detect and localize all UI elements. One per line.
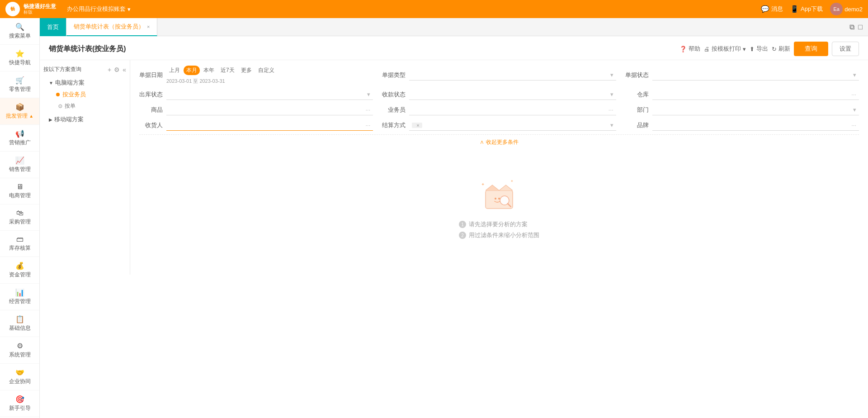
collapse-panel-button[interactable]: «: [123, 66, 126, 73]
sidebar-item-marketing[interactable]: 📢 营销推广: [0, 125, 39, 152]
tree-leaf-by-staff[interactable]: 按业务员: [47, 89, 126, 100]
filter-doc-status-row: 单据状态 ▾: [625, 66, 859, 85]
empty-state: ✦ ✦ 1 请先选择要分析的方案 2: [139, 150, 859, 269]
sidebar-item-search[interactable]: 🔍 搜索菜单: [0, 18, 39, 45]
sidebar-item-collaboration[interactable]: 🤝 企业协同: [0, 364, 39, 390]
svg-text:✦: ✦: [510, 179, 514, 183]
date-btn-more[interactable]: 更多: [238, 66, 255, 75]
out-status-select[interactable]: ▾: [166, 89, 373, 100]
selected-dot-icon: [56, 93, 60, 96]
empty-icon: ✦ ✦: [476, 177, 522, 213]
finance-icon: 💰: [2, 261, 38, 270]
date-btn-custom[interactable]: 自定义: [255, 66, 277, 75]
staff-label: 业务员: [382, 106, 406, 114]
setting-button[interactable]: 设置: [832, 42, 859, 56]
goods-more-icon: ···: [365, 106, 370, 113]
doc-type-select[interactable]: ▾: [409, 70, 616, 81]
marketing-icon: 📢: [2, 129, 38, 138]
settle-tag-close[interactable]: ×: [416, 123, 419, 128]
tree-desktop-group: ▼ 电脑端方案 按业务员 ⚙ 按单: [47, 77, 126, 112]
maximize-icon[interactable]: □: [858, 23, 863, 31]
query-button[interactable]: 查询: [794, 42, 828, 56]
scheme-settings-button[interactable]: ⚙: [114, 66, 120, 73]
warehouse-more-icon: ···: [851, 91, 856, 98]
sidebar-item-ecommerce[interactable]: 🖥 电商管理: [0, 178, 39, 204]
date-label: 单据日期: [139, 71, 163, 79]
collection-status-select[interactable]: ▾: [409, 89, 616, 100]
brand-more-icon: ···: [851, 122, 856, 128]
receiver-label: 收货人: [139, 121, 163, 129]
filter-doc-type-row: 单据类型 ▾: [382, 66, 616, 85]
goods-select[interactable]: ···: [166, 104, 373, 115]
export-button[interactable]: ⬆ 导出: [750, 45, 768, 53]
dept-label: 部门: [625, 106, 649, 114]
print-icon: 🖨: [704, 46, 710, 52]
restore-icon[interactable]: ⧉: [849, 23, 854, 31]
sidebar-item-operation[interactable]: 📊 经营管理: [0, 284, 39, 310]
app-download-button[interactable]: 📱 App下载: [790, 5, 823, 13]
print-dropdown-icon: ▾: [743, 46, 746, 52]
settle-label: 结算方式: [382, 121, 406, 129]
sidebar-item-basic-info[interactable]: 📋 基础信息: [0, 310, 39, 337]
system-icon: ⚙: [2, 342, 38, 350]
sales-icon: 📈: [2, 156, 38, 165]
date-btn-this-month[interactable]: 本月: [184, 66, 200, 75]
tree-mobile-group-toggle[interactable]: ▶ 移动端方案: [47, 114, 126, 125]
basic-info-icon: 📋: [2, 315, 38, 323]
date-btn-7days[interactable]: 近7天: [218, 66, 237, 75]
sidebar-item-inventory[interactable]: 🗃 库存核算: [0, 231, 39, 257]
staff-select[interactable]: ···: [409, 104, 616, 115]
sidebar-item-sales[interactable]: 📈 销售管理: [0, 152, 39, 178]
date-btn-this-year[interactable]: 本年: [201, 66, 217, 75]
left-panel: 按以下方案查询 + ⚙ « ▼ 电脑端方案: [40, 60, 130, 275]
dept-select[interactable]: ▾: [652, 104, 859, 115]
filter-settle-row: 结算方式 × ▾: [382, 120, 616, 131]
template-print-button[interactable]: 🖨 按模板打印 ▾: [704, 45, 746, 53]
refresh-button[interactable]: ↻ 刷新: [772, 45, 790, 53]
retail-icon: 🛒: [2, 76, 38, 85]
message-icon: 💬: [761, 5, 769, 13]
doc-type-dropdown-icon: ▾: [610, 71, 613, 78]
date-btn-last-month[interactable]: 上月: [166, 66, 183, 75]
warehouse-select[interactable]: ···: [652, 89, 859, 100]
help-button[interactable]: ❓ 帮助: [679, 45, 700, 53]
empty-hints: 1 请先选择要分析的方案 2 用过滤条件来缩小分析范围: [459, 220, 539, 242]
hint-num-2: 2: [459, 232, 466, 239]
tree-mobile-group: ▶ 移动端方案: [47, 114, 126, 125]
sidebar-item-purchase[interactable]: 🛍 采购管理: [0, 204, 39, 231]
tree-desktop-group-toggle[interactable]: ▼ 电脑端方案: [47, 77, 126, 89]
doc-status-label: 单据状态: [625, 71, 649, 79]
app-title: 畅捷通好生意 标版: [24, 3, 56, 15]
operation-icon: 📊: [2, 288, 38, 297]
breadcrumb-dropdown[interactable]: 办公用品行业模拟账套 ▾: [67, 5, 131, 13]
sidebar-item-wholesale[interactable]: 📦 批发管理 ▲: [0, 98, 39, 125]
sidebar-item-guide[interactable]: 🎯 新手引导: [0, 390, 39, 417]
left-panel-header: 按以下方案查询 + ⚙ «: [43, 66, 126, 73]
collapse-filters-button[interactable]: ∧ 收起更多条件: [139, 134, 859, 150]
sidebar-item-system[interactable]: ⚙ 系统管理: [0, 337, 39, 364]
doc-status-select[interactable]: ▾: [652, 70, 859, 81]
receiver-select[interactable]: ···: [166, 120, 373, 131]
sidebar-item-retail[interactable]: 🛒 零售管理: [0, 71, 39, 98]
two-panel: 按以下方案查询 + ⚙ « ▼ 电脑端方案: [40, 60, 868, 275]
tab-home[interactable]: 首页: [40, 18, 66, 36]
left-panel-icons: + ⚙ «: [108, 66, 126, 73]
goods-label: 商品: [139, 106, 163, 114]
sidebar-item-quicknav[interactable]: ⭐ 快捷导航: [0, 45, 39, 71]
filter-grid: 单据日期 上月 本月 本年 近7天 更多 自定义: [139, 66, 859, 131]
hint-num-1: 1: [459, 221, 466, 228]
tab-close-icon[interactable]: ×: [147, 24, 150, 29]
tree-sub-by-order[interactable]: ⚙ 按单: [47, 100, 126, 112]
tree-mobile-arrow-icon: ▶: [49, 117, 52, 122]
brand-select[interactable]: ···: [652, 120, 859, 131]
settle-select[interactable]: × ▾: [409, 120, 616, 131]
add-scheme-button[interactable]: +: [108, 66, 111, 73]
page-content: 销货单统计表(按业务员) ❓ 帮助 🖨 按模板打印 ▾ ⬆: [40, 36, 868, 418]
date-range-text: 2023-03-01 至 2023-03-31: [166, 78, 373, 85]
tab-sales-stat[interactable]: 销货单统计表（按业务员） ×: [66, 18, 157, 36]
sidebar-item-finance[interactable]: 💰 资金管理: [0, 257, 39, 284]
message-button[interactable]: 💬 消息: [761, 5, 783, 13]
user-menu[interactable]: Ea demo2: [830, 3, 863, 15]
brand-label: 品牌: [625, 121, 649, 129]
filter-warehouse-row: 仓库 ···: [625, 89, 859, 100]
